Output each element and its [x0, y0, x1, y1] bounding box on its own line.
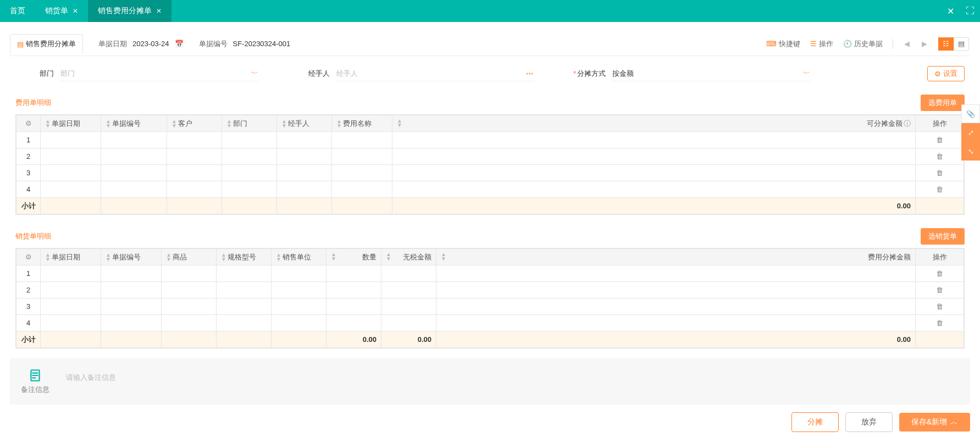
expense-table: ⚙ ▲▼单据日期 ▲▼单据编号 ▲▼客户 ▲▼部门 ▲▼经手人 ▲▼费用名称 ▲… [15, 114, 965, 215]
sort-icon: ▲▼ [386, 252, 391, 261]
table-row[interactable]: 2🗑 [16, 282, 964, 298]
department-placeholder: 部门 [60, 69, 75, 79]
paperclip-icon: 📎 [966, 110, 975, 118]
history-link[interactable]: 🕘历史单据 [843, 39, 883, 49]
view-list-button[interactable]: ☷ [938, 37, 954, 51]
remarks-input[interactable]: 请输入备注信息 [66, 373, 959, 390]
settings-label: 设置 [943, 69, 957, 79]
tab-sales-order-label: 销货单 [45, 6, 68, 16]
subtotal-amount: 0.00 [392, 198, 916, 214]
row-index: 4 [16, 181, 41, 198]
subtotal-row: 小计0.000.000.00 [16, 331, 964, 348]
window-close-button[interactable]: ✕ [940, 0, 960, 22]
table-row[interactable]: 1🗑 [16, 132, 964, 148]
table-row[interactable]: 1🗑 [16, 265, 964, 282]
shortcut-label: 快捷键 [779, 39, 800, 49]
col-no[interactable]: ▲▼单据编号 [101, 249, 162, 265]
sort-icon: ▲▼ [276, 253, 281, 262]
bill-date-value[interactable]: 2023-03-24 [132, 40, 169, 48]
col-spec[interactable]: ▲▼规格型号 [217, 249, 272, 265]
col-goods[interactable]: ▲▼商品 [162, 249, 217, 265]
chevron-down-icon: ﹀ [251, 69, 258, 79]
gear-icon: ⚙ [934, 70, 941, 78]
delete-icon[interactable]: 🗑 [936, 319, 943, 327]
row-index: 2 [16, 148, 41, 165]
col-unit[interactable]: ▲▼销售单位 [272, 249, 326, 265]
table-row[interactable]: 4🗑 [16, 181, 964, 198]
calendar-icon[interactable]: 📅 [175, 40, 184, 48]
handler-select[interactable]: 经手人⋯ [336, 66, 534, 81]
sort-icon: ▲▼ [106, 119, 111, 128]
operations-link[interactable]: ☰操作 [810, 39, 833, 49]
col-settings[interactable]: ⚙ [16, 115, 41, 132]
prev-button[interactable]: ◀ [903, 40, 911, 48]
row-index: 3 [16, 165, 41, 181]
col-customer-label: 客户 [178, 119, 192, 128]
col-unit-label: 销售单位 [283, 253, 311, 261]
delete-icon[interactable]: 🗑 [936, 302, 943, 311]
table-row[interactable]: 4🗑 [16, 315, 964, 331]
more-icon: ⋯ [526, 69, 534, 78]
help-icon[interactable]: ⓘ [904, 119, 911, 128]
tab-home[interactable]: 首页 [0, 0, 35, 22]
delete-icon[interactable]: 🗑 [936, 286, 943, 294]
col-date[interactable]: ▲▼单据日期 [41, 249, 101, 265]
department-select[interactable]: 部门﹀ [60, 66, 258, 81]
col-no[interactable]: ▲▼单据编号 [101, 115, 167, 132]
view-grid-button[interactable]: ▤ [954, 37, 969, 51]
expand2-button[interactable]: ⤡ [961, 142, 980, 161]
handler-label: 经手人 [291, 69, 330, 79]
col-action-label: 操作 [933, 119, 947, 128]
field-department: 部门 部门﹀ [15, 66, 258, 81]
allocate-button[interactable]: 分摊 [791, 412, 839, 432]
history-label: 历史单据 [854, 39, 883, 49]
col-date[interactable]: ▲▼单据日期 [41, 115, 101, 132]
form-line: 部门 部门﹀ 经手人 经手人⋯ *分摊方式 按金额﹀ ⚙设置 [15, 66, 965, 81]
fullscreen-button[interactable]: ⛶ [960, 0, 980, 22]
delete-icon[interactable]: 🗑 [936, 185, 943, 193]
col-settings[interactable]: ⚙ [16, 249, 41, 265]
expand-button[interactable]: ⤢ [961, 123, 980, 142]
delete-icon[interactable]: 🗑 [936, 136, 943, 144]
table-row[interactable]: 2🗑 [16, 148, 964, 165]
delete-icon[interactable]: 🗑 [936, 152, 943, 161]
col-amount[interactable]: ▲▼无税金额 [381, 249, 436, 265]
table-header-row: ⚙ ▲▼单据日期 ▲▼单据编号 ▲▼客户 ▲▼部门 ▲▼经手人 ▲▼费用名称 ▲… [16, 115, 964, 132]
col-dept[interactable]: ▲▼部门 [222, 115, 277, 132]
col-qty[interactable]: ▲▼数量 [326, 249, 381, 265]
col-fee-name[interactable]: ▲▼费用名称 [332, 115, 392, 132]
save-new-button[interactable]: 保存&新增︿ [899, 413, 970, 432]
settings-button[interactable]: ⚙设置 [927, 66, 965, 81]
attachment-button[interactable]: 📎 [961, 104, 980, 123]
tab-sales-expense-allocation[interactable]: 销售费用分摊单✕ [88, 0, 171, 22]
section-sales-detail-head: 销货单明细 选销货单 [15, 228, 965, 245]
delete-icon[interactable]: 🗑 [936, 169, 943, 177]
next-button[interactable]: ▶ [921, 40, 928, 48]
close-icon[interactable]: ✕ [156, 7, 162, 15]
field-handler: 经手人 经手人⋯ [291, 66, 534, 81]
col-customer[interactable]: ▲▼客户 [167, 115, 222, 132]
list-icon: ☰ [810, 40, 817, 48]
delete-icon[interactable]: 🗑 [936, 269, 943, 278]
col-handler[interactable]: ▲▼经手人 [277, 115, 332, 132]
col-allocatable-amount[interactable]: ▲▼可分摊金额ⓘ [392, 115, 916, 132]
close-icon[interactable]: ✕ [73, 7, 78, 15]
row-index: 4 [16, 315, 41, 331]
discard-button[interactable]: 放弃 [845, 412, 893, 432]
subtotal-label: 小计 [16, 198, 41, 214]
tab-sales-order[interactable]: 销货单✕ [35, 0, 88, 22]
clipboard-icon [28, 368, 42, 383]
select-expense-button[interactable]: 选费用单 [921, 95, 965, 111]
method-value: 按金额 [612, 69, 634, 79]
tab-active-label: 销售费用分摊单 [98, 6, 152, 16]
bill-no-label: 单据编号 [199, 39, 228, 49]
sort-icon: ▲▼ [171, 119, 177, 128]
select-sales-button[interactable]: 选销货单 [921, 228, 965, 245]
shortcut-link[interactable]: ⌨快捷键 [766, 39, 800, 49]
page-title: 销售费用分摊单 [26, 39, 76, 49]
method-select[interactable]: 按金额﹀ [612, 66, 810, 81]
col-alloc-amount[interactable]: ▲▼费用分摊金额 [436, 249, 916, 265]
table-row[interactable]: 3🗑 [16, 298, 964, 315]
table-row[interactable]: 3🗑 [16, 165, 964, 181]
remarks-placeholder: 请输入备注信息 [66, 373, 116, 381]
